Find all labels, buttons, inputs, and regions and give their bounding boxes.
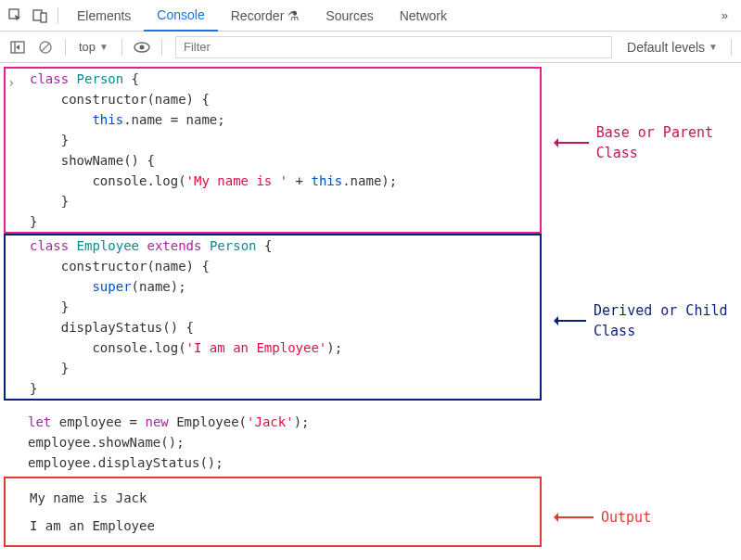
output-line-2: I am an Employee [9,512,540,540]
code-base-class: class Person { constructor(name) { this.… [6,69,540,232]
device-icon[interactable] [28,4,52,28]
derived-class-box: class Employee extends Person { construc… [4,234,542,401]
output-line-1: My name is Jack [9,484,540,512]
annotation-output: Output [556,507,651,528]
tab-elements[interactable]: Elements [64,0,144,32]
filter-input[interactable] [175,36,612,58]
code-usage: let employee = new Employee('Jack'); emp… [4,401,741,473]
tab-console[interactable]: Console [144,0,217,32]
context-selector[interactable]: top▼ [73,40,114,54]
annotation-derived-label: Derived or Child Class [594,300,741,341]
chevron-down-icon: ▼ [99,42,109,52]
chevron-down-icon: ▼ [709,42,718,52]
base-class-box: class Person { constructor(name) { this.… [4,67,542,234]
console-toolbar: top▼ Default levels▼ [0,32,741,63]
more-tabs-icon[interactable]: » [712,8,737,22]
separator [121,39,122,56]
tab-network[interactable]: Network [387,0,460,32]
sidebar-toggle-icon[interactable] [6,35,30,59]
log-levels-label: Default levels [627,40,705,55]
tab-recorder[interactable]: Recorder⚗ [218,0,313,32]
separator [57,7,58,24]
console-output: › class Person { constructor(name) { thi… [0,67,741,547]
flask-icon: ⚗ [287,8,300,23]
arrow-left-icon [556,320,586,322]
svg-rect-2 [41,13,46,22]
annotation-output-label: Output [601,507,651,528]
prompt-icon: › [7,72,15,93]
separator [65,39,66,56]
arrow-left-icon [556,142,589,144]
live-expression-icon[interactable] [130,35,154,59]
log-levels-selector[interactable]: Default levels▼ [621,40,723,55]
inspect-icon[interactable] [4,4,28,28]
annotation-derived: Derived or Child Class [556,300,741,341]
tab-recorder-label: Recorder [231,8,285,23]
separator [161,39,162,56]
context-label: top [79,40,96,54]
svg-point-8 [139,45,144,49]
devtools-tabbar: Elements Console Recorder⚗ Sources Netwo… [0,0,741,32]
svg-line-6 [42,44,49,51]
code-derived-class: class Employee extends Person { construc… [6,235,540,399]
separator [731,39,732,56]
output-box: My name is Jack I am an Employee [4,477,542,547]
clear-console-icon[interactable] [33,35,57,59]
annotation-base: Base or Parent Class [556,122,741,163]
annotation-base-label: Base or Parent Class [596,122,741,163]
tab-sources[interactable]: Sources [313,0,386,32]
arrow-left-icon [556,516,594,518]
